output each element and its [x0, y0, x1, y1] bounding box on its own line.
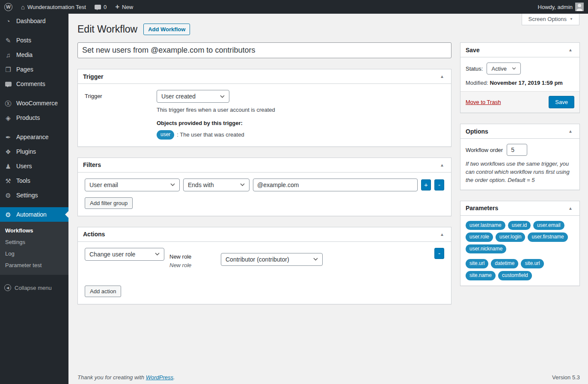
footer-version: Version 5.3 — [552, 374, 580, 381]
chevron-up-icon: ▲ — [568, 48, 573, 52]
parameter-pill[interactable]: site.url — [466, 259, 488, 268]
comments-menu[interactable]: 0 — [90, 0, 111, 14]
trigger-panel-toggle[interactable]: ▲ — [438, 73, 446, 80]
howdy-text: Howdy, admin — [538, 4, 573, 10]
sidebar-item-label: Media — [16, 51, 33, 58]
site-parameters-group: site.url datetime site.url site.name cus… — [466, 259, 574, 280]
sidebar-item-posts[interactable]: ✎ Posts — [0, 33, 68, 48]
submenu-item-parameter-test[interactable]: Parameter test — [0, 259, 68, 271]
workflow-order-input[interactable] — [507, 144, 527, 156]
action-type-select[interactable]: Change user role — [85, 248, 164, 261]
sidebar-item-woocommerce[interactable]: Ⓧ WooCommerce — [0, 96, 68, 110]
parameter-pill[interactable]: datetime — [491, 259, 518, 268]
workflow-title-input[interactable] — [77, 42, 451, 58]
collapse-menu-button[interactable]: ◀ Collapse menu — [0, 280, 68, 295]
parameters-panel-title: Parameters — [466, 205, 498, 211]
footer-thanks-text: Thank you for creating with — [77, 374, 144, 381]
filter-field-value: User email — [89, 182, 118, 188]
parameter-pill[interactable]: site.url — [521, 259, 543, 268]
save-panel-toggle[interactable]: ▲ — [567, 47, 574, 53]
admin-bar: W ⌂ Wunderautomation Test 0 + New Howdy,… — [0, 0, 588, 14]
filter-operator-select[interactable]: Ends with — [183, 179, 249, 191]
submenu-item-label: Settings — [5, 239, 25, 245]
user-parameters-group: user.lastname user.id user.email user.ro… — [466, 221, 574, 254]
comment-bubble-icon — [95, 5, 101, 9]
sidebar-item-pages[interactable]: ❐ Pages — [0, 62, 68, 77]
sidebar-item-label: Dashboard — [16, 18, 46, 24]
save-panel-title: Save — [466, 47, 480, 54]
objects-heading: Objects provided by this trigger: — [157, 120, 275, 126]
options-panel: Options ▲ Workflow order If two workflow… — [460, 124, 580, 190]
sidebar-item-plugins[interactable]: ❖ Plugins — [0, 144, 68, 159]
add-filter-button[interactable]: + — [421, 179, 431, 191]
site-menu[interactable]: ⌂ Wunderautomation Test — [17, 0, 90, 14]
modified-label: Modified: — [466, 80, 488, 86]
home-icon: ⌂ — [21, 4, 25, 10]
sidebar-item-label: Plugins — [16, 148, 36, 155]
parameter-pill[interactable]: user.login — [496, 232, 525, 242]
move-to-trash-link[interactable]: Move to Trash — [466, 99, 501, 105]
filters-panel-title: Filters — [83, 161, 101, 168]
remove-action-button[interactable]: - — [434, 248, 444, 259]
parameter-pill[interactable]: site.name — [466, 271, 496, 280]
sidebar-item-automation[interactable]: ⚙ Automation — [0, 207, 68, 222]
sidebar-item-products[interactable]: ◈ Products — [0, 110, 68, 125]
new-role-hint: New role — [169, 262, 216, 268]
wordpress-menu[interactable]: W — [0, 0, 17, 14]
trigger-select[interactable]: User created — [157, 90, 229, 103]
site-name: Wunderautomation Test — [27, 4, 86, 10]
save-button[interactable]: Save — [549, 96, 574, 108]
sidebar-item-dashboard[interactable]: ◔ Dashboard — [0, 14, 68, 28]
sidebar-item-users[interactable]: ♟ Users — [0, 159, 68, 173]
trigger-panel-title: Trigger — [83, 73, 103, 80]
screen-options-tab[interactable]: Screen Options ▼ — [522, 14, 579, 25]
filters-panel-toggle[interactable]: ▲ — [438, 162, 446, 168]
parameter-pill[interactable]: customfield — [498, 271, 532, 280]
sidebar-item-settings[interactable]: ⚙ Settings — [0, 188, 68, 202]
collapse-arrow-icon: ◀ — [4, 284, 11, 291]
parameter-pill[interactable]: user.firstname — [528, 232, 567, 242]
options-panel-toggle[interactable]: ▲ — [567, 128, 574, 134]
actions-panel-toggle[interactable]: ▲ — [438, 231, 446, 238]
sidebar-item-appearance[interactable]: ✒ Appearance — [0, 130, 68, 144]
page-title: Edit Workflow — [77, 24, 137, 35]
menu-separator — [0, 202, 68, 207]
add-workflow-button[interactable]: Add Workflow — [143, 24, 190, 35]
account-menu[interactable]: Howdy, admin — [534, 0, 588, 14]
parameter-pill[interactable]: user.id — [508, 221, 531, 230]
sidebar-item-tools[interactable]: ⚒ Tools — [0, 173, 68, 188]
submenu-item-settings[interactable]: Settings — [0, 236, 68, 248]
sidebar-item-label: Appearance — [16, 134, 49, 140]
parameter-pill[interactable]: user.role — [466, 232, 493, 242]
submenu-item-log[interactable]: Log — [0, 248, 68, 259]
status-select[interactable]: Active — [487, 63, 521, 74]
parameter-pill[interactable]: user.lastname — [466, 221, 505, 230]
save-panel: Save ▲ Status: Active Modified: November… — [460, 42, 580, 113]
add-filter-group-button[interactable]: Add filter group — [85, 197, 133, 209]
remove-filter-button[interactable]: - — [434, 179, 444, 191]
workflow-order-help: If two workflows use the same trigger, y… — [466, 160, 574, 185]
parameter-pill[interactable]: user.nickname — [466, 244, 506, 254]
options-panel-title: Options — [466, 128, 488, 135]
sidebar-item-comments[interactable]: Comments — [0, 77, 68, 91]
new-role-select[interactable]: Contributor (contributor) — [221, 253, 323, 266]
chevron-down-icon — [220, 95, 225, 98]
sidebar-item-label: Posts — [16, 37, 31, 44]
woocommerce-icon: Ⓧ — [4, 100, 12, 107]
wordpress-link[interactable]: WordPress — [146, 374, 173, 381]
new-content-menu[interactable]: + New — [111, 0, 137, 14]
parameters-panel-toggle[interactable]: ▲ — [567, 205, 574, 211]
filter-operator-value: Ends with — [188, 182, 214, 188]
new-label: New — [122, 4, 133, 10]
filter-field-select[interactable]: User email — [85, 179, 180, 191]
sidebar-item-label: Users — [16, 163, 32, 170]
filter-value-input[interactable] — [253, 179, 418, 191]
new-role-value: Contributor (contributor) — [226, 256, 289, 263]
status-label: Status: — [466, 65, 483, 72]
add-action-button[interactable]: Add action — [85, 286, 121, 297]
submenu-item-workflows[interactable]: Workflows — [0, 225, 68, 236]
chevron-up-icon: ▲ — [440, 232, 444, 237]
pages-icon: ❐ — [4, 66, 12, 73]
sidebar-item-media[interactable]: ♫ Media — [0, 48, 68, 62]
parameter-pill[interactable]: user.email — [533, 221, 564, 230]
